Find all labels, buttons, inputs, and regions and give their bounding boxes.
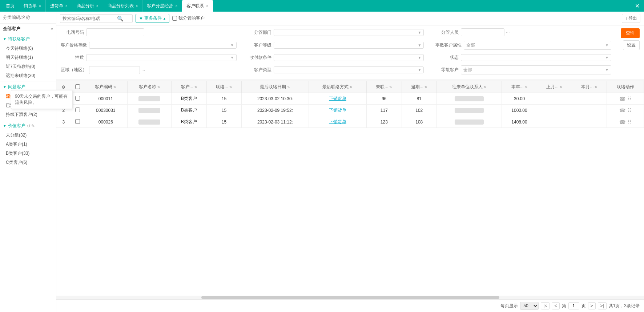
action-contact-icon-1[interactable]: ☎ (619, 108, 625, 113)
tab-sales[interactable]: 销货单 × (19, 0, 46, 12)
sidebar-item-a-class[interactable]: A类客户(1) (0, 140, 56, 149)
customer-level-select[interactable]: ▼ (274, 42, 424, 49)
tab-product-list-close[interactable]: × (136, 4, 138, 8)
all-customers-header[interactable]: 全部客户 « (0, 24, 56, 34)
filter-search-icon[interactable]: 🔍 (117, 16, 123, 21)
cell-contact-person-1 (436, 105, 502, 116)
sidebar-search-input[interactable] (3, 15, 56, 20)
sort-arrow-contact-person[interactable]: ⇅ (484, 85, 487, 89)
last-page-button[interactable]: >| (598, 302, 607, 309)
action-more-icon-1[interactable]: ⠿ (628, 108, 631, 113)
settings-col-icon[interactable]: ⚙ (61, 85, 65, 90)
cell-type-0: B类客户 (172, 93, 206, 105)
page-label: 第 (562, 303, 566, 309)
region-more-btn[interactable]: ··· (140, 68, 146, 73)
dept-select[interactable]: ▼ (274, 29, 424, 36)
sidebar-item-overdue[interactable]: 迟期未联络(30) (0, 71, 56, 80)
query-button[interactable]: 查询 (621, 28, 640, 38)
settings-button[interactable]: 设置 (623, 40, 640, 50)
action-contact-icon-2[interactable]: ☎ (619, 119, 625, 125)
horizontal-scroll-thumb[interactable] (201, 296, 499, 299)
staff-input[interactable] (461, 28, 504, 36)
action-more-icon-2[interactable]: ⠿ (628, 119, 631, 125)
region-input[interactable] (89, 66, 140, 74)
sort-arrow-type[interactable]: ⇅ (194, 85, 197, 89)
more-conditions-button[interactable]: ▼ 更多条件 ▲ (136, 14, 169, 23)
sidebar-item-7days[interactable]: 近7天待联络(0) (0, 62, 56, 71)
page-size-select[interactable]: 50 100 (520, 302, 539, 310)
my-customers-checkbox-label: 我分管的客户 (172, 15, 205, 21)
gender-select[interactable]: ▼ (86, 54, 237, 61)
tab-customer-tier-close[interactable]: × (175, 4, 177, 8)
sort-arrow-name[interactable]: ⇅ (157, 85, 160, 89)
value-refresh-icon[interactable]: ↺ (27, 123, 31, 129)
sidebar-item-c-class[interactable]: C类客户(6) (0, 158, 56, 167)
action-contact-icon-0[interactable]: ☎ (619, 96, 625, 102)
select-all-checkbox[interactable] (75, 84, 80, 89)
row-checkbox-1[interactable] (75, 108, 80, 112)
zero-attr-select[interactable]: 全部 ▼ (464, 41, 611, 50)
tab-purchase[interactable]: 进货单 × (46, 0, 72, 12)
page-number-input[interactable] (568, 302, 579, 309)
cell-this-year-0: 30.00 (502, 93, 537, 105)
tab-product-analysis-close[interactable]: × (96, 4, 98, 8)
sort-arrow-contact-count[interactable]: ⇅ (229, 85, 232, 89)
next-page-button[interactable]: > (588, 302, 596, 309)
sort-arrow-last-method[interactable]: ⇅ (350, 85, 353, 89)
page-size-label: 每页显示 (500, 303, 518, 309)
phone-input[interactable] (86, 28, 144, 36)
tab-customer-contact-close[interactable]: × (206, 4, 208, 8)
sidebar-item-declining[interactable]: 持续下滑客户(2) (0, 110, 56, 119)
tab-purchase-close[interactable]: × (65, 4, 68, 8)
window-close-button[interactable]: ✕ (632, 3, 643, 9)
customer-type-select[interactable]: ▼ (274, 66, 424, 73)
cell-this-month-1 (572, 105, 607, 116)
sort-arrow-this-month[interactable]: ⇅ (595, 85, 597, 89)
row-checkbox-2[interactable] (75, 119, 80, 124)
value-edit-icon[interactable]: ✎ (31, 123, 35, 129)
col-contact-count: 联络... ⇅ (206, 81, 241, 93)
sidebar-item-ungrouped[interactable]: 未分组(32) (0, 131, 56, 140)
status-select[interactable]: ▼ (461, 54, 611, 61)
sort-arrow-this-year[interactable]: ⇅ (525, 85, 528, 89)
horizontal-scroll-bar[interactable] (56, 296, 644, 299)
last-method-link-2[interactable]: 下销货单 (329, 119, 346, 124)
payment-select[interactable]: ▼ (274, 54, 424, 61)
tab-home[interactable]: 首页 (1, 0, 19, 12)
cell-contact-person-2 (436, 116, 502, 128)
value-arrow-icon: ▼ (3, 124, 7, 128)
cell-action-0: ☎ ⠿ (607, 93, 644, 105)
my-customers-checkbox[interactable] (172, 16, 177, 21)
sort-arrow-last-month[interactable]: ⇅ (560, 85, 563, 89)
first-page-button[interactable]: |< (541, 302, 550, 309)
tab-sales-close[interactable]: × (39, 4, 41, 8)
zero-customer-select[interactable]: 全部 ▼ (461, 65, 611, 74)
pending-group-title[interactable]: ▼ 待联络客户 (0, 34, 56, 44)
value-group-title[interactable]: ▼ 价值客户 ↺ ✎ (0, 121, 56, 131)
tab-customer-tier[interactable]: 客户分层经营 × (142, 0, 182, 12)
filter-field-status: 状态 ▼ (435, 54, 611, 61)
tab-product-list[interactable]: 商品分析列表 × (103, 0, 143, 12)
filter-field-payment: 收付款条件 ▼ (248, 54, 424, 61)
filter-search-input[interactable] (63, 16, 117, 21)
tab-customer-contact[interactable]: 客户联系 × (182, 0, 213, 12)
sidebar-item-today[interactable]: 今天待联络(0) (0, 44, 56, 53)
last-method-link-0[interactable]: 下销货单 (329, 96, 346, 101)
cell-type-2: B类客户 (172, 116, 206, 128)
sidebar-item-b-class[interactable]: B类客户(33) (0, 149, 56, 158)
export-button[interactable]: ↑ 导出 (622, 14, 640, 23)
sort-arrow-overdue[interactable]: ⇅ (424, 85, 427, 89)
action-more-icon-0[interactable]: ⠿ (628, 96, 631, 102)
last-method-link-1[interactable]: 下销货单 (329, 108, 346, 113)
price-level-select[interactable]: ▼ (89, 42, 237, 49)
cell-this-month-2 (572, 116, 607, 128)
sidebar-collapse-icon[interactable]: « (51, 27, 53, 32)
staff-more-btn[interactable]: ··· (504, 30, 511, 35)
sort-arrow-code[interactable]: ⇅ (113, 85, 116, 89)
prev-page-button[interactable]: < (552, 302, 559, 309)
sidebar-item-tomorrow[interactable]: 明天待联络(1) (0, 53, 56, 62)
sort-arrow-last-date[interactable]: ⇅ (287, 85, 290, 89)
tab-product-analysis[interactable]: 商品分析 × (72, 0, 103, 12)
sort-arrow-uncontacted[interactable]: ⇅ (389, 85, 392, 89)
row-checkbox-0[interactable] (75, 96, 80, 101)
